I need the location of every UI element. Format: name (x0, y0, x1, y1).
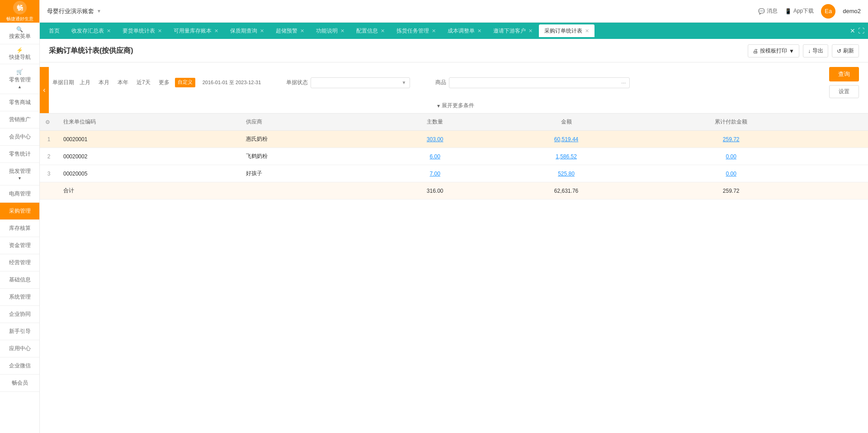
col-empty (822, 114, 868, 131)
sidebar-item-app-center[interactable]: 应用中心 (0, 340, 39, 357)
data-table: ⚙ 往来单位编码 供应商 主数量 金额 (40, 114, 868, 200)
last-7-days-btn[interactable]: 近7天 (134, 78, 153, 87)
tab-close-task[interactable]: ✕ (432, 28, 436, 34)
username-label[interactable]: demo2 (843, 8, 861, 14)
print-dropdown-icon: ▼ (789, 48, 794, 54)
tab-cost-adjust[interactable]: 成本调整单 ✕ (442, 24, 487, 37)
sidebar-item-purchase[interactable]: 采购管理 (0, 203, 39, 220)
row-paid-link-3[interactable]: 0.00 (726, 171, 736, 177)
date-range-display: 2016-01-01 至 2023-12-31 (203, 79, 261, 86)
row-paid-link-1[interactable]: 259.72 (723, 136, 740, 143)
close-window-btn[interactable]: ✕ (850, 27, 855, 34)
row-code-3: 00020005 (58, 165, 241, 182)
tab-inventory-ledger[interactable]: 可用量库存账本 ✕ (168, 24, 224, 37)
collapse-filter-button[interactable]: ‹ (40, 67, 49, 113)
sidebar-item-ops[interactable]: 经营管理 (0, 254, 39, 271)
this-month-btn[interactable]: 本月 (96, 78, 112, 87)
sidebar-item-wechat[interactable]: 企业微信 (0, 357, 39, 375)
status-select-value (315, 80, 400, 86)
sidebar-item-inventory[interactable]: 库存核算 (0, 220, 39, 237)
workspace-name: 母婴行业演示账套 (47, 7, 94, 15)
sidebar-item-member[interactable]: 会员中心 (0, 128, 39, 146)
sidebar-item-corp[interactable]: 企业协同 (0, 306, 39, 323)
footer-paid: 259.72 (640, 182, 822, 200)
table-settings-icon[interactable]: ⚙ (45, 119, 50, 125)
tab-goods-stats[interactable]: 要货单统计表 ✕ (117, 24, 167, 37)
sidebar-item-wholesale[interactable]: 批发管理 ▼ (0, 163, 39, 186)
row-qty-link-2[interactable]: 6.00 (429, 153, 440, 160)
topbar: 母婴行业演示账套 ▼ 💬 消息 📱 App下载 Ea demo2 (40, 0, 868, 23)
print-button[interactable]: 🖨 按模板打印 ▼ (748, 44, 799, 57)
this-year-btn[interactable]: 本年 (115, 78, 131, 87)
tab-close-inventory-ledger[interactable]: ✕ (214, 28, 218, 34)
avatar[interactable]: Ea (821, 4, 835, 19)
workspace-selector[interactable]: 母婴行业演示账套 ▼ (47, 7, 751, 15)
last-month-btn[interactable]: 上月 (77, 78, 93, 87)
sidebar-item-retail-shop[interactable]: 零售商城 (0, 94, 39, 111)
footer-empty-1 (40, 182, 58, 200)
page-title: 采购订单统计表(按供应商) (49, 46, 133, 56)
sidebar-item-retail-stats[interactable]: 零售统计 (0, 146, 39, 163)
sidebar-item-nav[interactable]: ⚡ 快捷导航 (0, 44, 39, 64)
row-amount-link-1[interactable]: 60,519.44 (554, 136, 578, 143)
date-filter-group: 单据日期 上月 本月 本年 近7天 更多 自定义 (52, 78, 195, 87)
app-download-button[interactable]: 📱 App下载 (785, 7, 814, 15)
sidebar-item-newbie[interactable]: 新手引导 (0, 323, 39, 340)
export-button[interactable]: ↓ 导出 (803, 44, 828, 57)
row-qty-link-1[interactable]: 303.00 (427, 136, 443, 143)
sidebar-item-ecommerce[interactable]: 电商管理 (0, 186, 39, 203)
col-supplier: 供应商 (241, 114, 377, 131)
more-date-btn[interactable]: 更多 (156, 78, 172, 87)
row-qty-link-3[interactable]: 7.00 (429, 171, 440, 177)
goods-input[interactable]: ··· (449, 77, 630, 88)
sidebar-item-search[interactable]: 🔍 搜索英单 (0, 23, 39, 44)
tab-close-cost-adjust[interactable]: ✕ (477, 28, 481, 34)
row-amount-link-3[interactable]: 525.80 (558, 171, 575, 177)
query-button[interactable]: 查询 (829, 67, 859, 81)
tab-warranty[interactable]: 保质期查询 ✕ (225, 24, 269, 37)
tab-overstock[interactable]: 超储预警 ✕ (270, 24, 310, 37)
tab-close-function-desc[interactable]: ✕ (340, 28, 344, 34)
tab-close-purchase-stats[interactable]: ✕ (585, 28, 589, 34)
sidebar-item-system[interactable]: 系统管理 (0, 289, 39, 306)
row-supplier-1: 惠氏奶粉 (241, 131, 377, 148)
row-empty-3 (822, 165, 868, 182)
tab-home[interactable]: 首页 (43, 24, 65, 37)
table-row: 2 00020002 飞鹤奶粉 6.00 1,586.52 (40, 148, 868, 165)
tab-close-receivable[interactable]: ✕ (107, 28, 111, 34)
row-num-1: 1 (40, 131, 58, 148)
footer-empty-2 (241, 182, 377, 200)
tab-config[interactable]: 配置信息 ✕ (351, 24, 390, 37)
custom-date-badge[interactable]: 自定义 (175, 78, 195, 87)
expand-more-button[interactable]: ▾ 展开更多条件 (437, 102, 474, 109)
tab-close-invite[interactable]: ✕ (528, 28, 533, 34)
tab-close-warranty[interactable]: ✕ (260, 28, 264, 34)
tab-close-overstock[interactable]: ✕ (300, 28, 304, 34)
goods-input-more-icon: ··· (621, 80, 626, 86)
tab-close-config[interactable]: ✕ (381, 28, 385, 34)
row-code-1: 00020001 (58, 131, 241, 148)
tab-invite[interactable]: 邀请下游客户 ✕ (488, 24, 538, 37)
tab-function-desc[interactable]: 功能说明 ✕ (311, 24, 350, 37)
status-select[interactable]: ▼ (311, 77, 410, 88)
tab-purchase-stats[interactable]: 采购订单统计表 ✕ (539, 24, 594, 37)
refresh-button[interactable]: ↺ 刷新 (832, 44, 859, 57)
sidebar-item-basic[interactable]: 基础信息 (0, 271, 39, 289)
app-logo: 畅 畅捷通好生意 (0, 0, 39, 23)
maximize-window-btn[interactable]: ⛶ (858, 27, 864, 34)
sidebar-item-finance[interactable]: 资金管理 (0, 237, 39, 254)
tab-close-goods-stats[interactable]: ✕ (158, 28, 162, 34)
logo-text: 畅捷通好生意 (6, 16, 33, 22)
sidebar-item-vip[interactable]: 畅会员 (0, 375, 39, 392)
tab-task[interactable]: 拣货任务管理 ✕ (391, 24, 441, 37)
settings-button[interactable]: 设置 (829, 85, 859, 98)
row-code-2: 00020002 (58, 148, 241, 165)
message-button[interactable]: 💬 消息 (758, 7, 778, 15)
sidebar-item-marketing[interactable]: 营销推广 (0, 111, 39, 128)
sidebar-item-retail[interactable]: 🛒 零售管理 ▲ (0, 64, 39, 94)
tab-receivable[interactable]: 收发存汇总表 ✕ (66, 24, 116, 37)
row-paid-link-2[interactable]: 0.00 (726, 153, 736, 160)
footer-qty: 316.00 (377, 182, 493, 200)
row-amount-link-2[interactable]: 1,586.52 (556, 153, 577, 160)
col-amount: 金额 (493, 114, 640, 131)
